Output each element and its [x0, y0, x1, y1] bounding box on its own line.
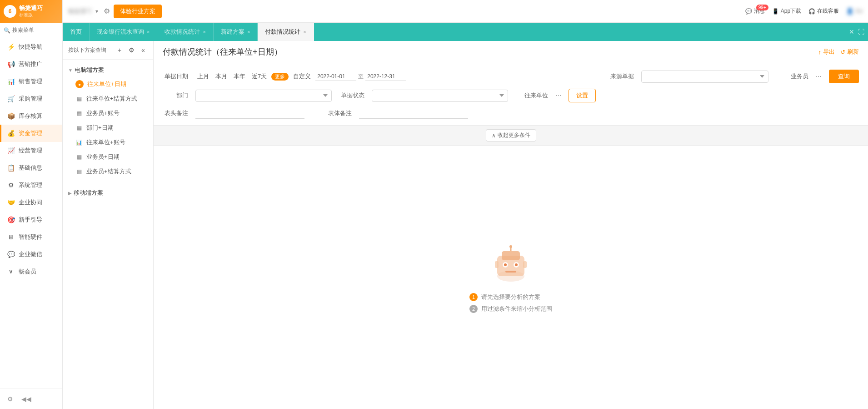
pc-section-label: 电脑端方案 — [75, 66, 104, 74]
dept-select[interactable] — [195, 90, 332, 102]
sidebar-item-zijin[interactable]: 💰 资金管理 — [0, 125, 62, 142]
scheme-item-dept-date-icon: ▦ — [75, 124, 83, 131]
header-note-input[interactable] — [195, 108, 304, 119]
tab-payments-close[interactable]: × — [303, 29, 306, 35]
date-preset-more[interactable]: 更多 — [271, 73, 289, 81]
collapse-more-btn[interactable]: ∧ 收起更多条件 — [486, 129, 536, 141]
export-btn[interactable]: ↑ 导出 — [818, 48, 835, 56]
counterpart-more-btn[interactable]: ··· — [555, 91, 561, 100]
user-avatar: 👤 — [846, 8, 853, 15]
add-scheme-btn[interactable]: + — [115, 45, 124, 55]
sidebar-item-label: 销售管理 — [19, 77, 42, 86]
sidebar-item-caigou[interactable]: 🛒 采购管理 — [0, 90, 62, 107]
kucun-icon: 📦 — [7, 112, 15, 120]
sidebar-item-label: 新手引导 — [19, 216, 42, 224]
active-scheme-dot: ● — [75, 80, 84, 88]
empty-illustration — [488, 242, 534, 288]
filter-row-1: 单据日期 上月 本月 本年 近7天 更多 自定义 至 — [163, 70, 859, 83]
scheme-section-pc: ▼ 电脑端方案 ● 往来单位+日期 ▦ 往来单位+结算方式 ▦ 业务员+账号 ▦ — [63, 60, 153, 182]
sidebar-item-kuaijie[interactable]: ⚡ 快捷导航 — [0, 38, 62, 56]
online-service-btn[interactable]: 🎧 在线客服 — [808, 7, 839, 15]
trial-btn[interactable]: 体验行业方案 — [114, 5, 162, 18]
search-menu[interactable]: 🔍 搜索菜单 — [0, 23, 62, 38]
app-download-btn[interactable]: 📱 App下载 — [772, 7, 801, 15]
tab-receipts[interactable]: 收款情况统计 × — [157, 23, 213, 41]
tab-new-scheme-close[interactable]: × — [247, 29, 250, 35]
doc-status-filter-label: 单据状态 — [339, 91, 364, 100]
doc-status-select[interactable] — [372, 90, 508, 102]
scheme-item-unit-account-label: 往来单位+账号 — [86, 138, 125, 146]
date-preset-last-month[interactable]: 上月 — [195, 71, 211, 81]
sidebar-item-qiye[interactable]: 🤝 企业协同 — [0, 194, 62, 211]
date-preset-this-month[interactable]: 本月 — [214, 71, 229, 81]
tab-home[interactable]: 首页 — [63, 23, 90, 41]
svg-point-6 — [515, 263, 518, 266]
tabs-bar: 首页 现金银行流水查询 × 收款情况统计 × 新建方案 × 付款情况统计 × ✕… — [63, 23, 868, 41]
topbar-dropdown-btn[interactable]: ▾ — [95, 8, 98, 15]
collapse-icon: ∧ — [492, 132, 496, 139]
date-start-input[interactable] — [315, 72, 356, 81]
refresh-btn[interactable]: ↺ 刷新 — [840, 48, 859, 56]
scheme-item-unit-account[interactable]: 📊 往来单位+账号 — [63, 135, 153, 150]
topbar: 畅捷通巧 ▾ ⚙ 体验行业方案 💬 消息 99+ 📱 App下载 🎧 在线客服 … — [63, 0, 868, 23]
content-area: 按以下方案查询 + ⚙ « ▼ 电脑端方案 ● 往来单位+日期 ▦ — [63, 41, 868, 409]
body-note-input[interactable] — [359, 108, 468, 119]
date-preset-custom[interactable]: 自定义 — [291, 71, 313, 81]
sidebar-item-xiaoshou[interactable]: 📊 销售管理 — [0, 73, 62, 90]
collapse-scheme-btn[interactable]: « — [139, 45, 148, 55]
scheme-item-unit-settle[interactable]: ▦ 往来单位+结算方式 — [63, 91, 153, 106]
scheme-panel-actions: + ⚙ « — [115, 45, 148, 55]
tab-receipts-close[interactable]: × — [203, 29, 205, 35]
caigou-icon: 🛒 — [7, 95, 15, 103]
expand-tab-btn[interactable]: ⛶ — [858, 28, 864, 35]
date-end-input[interactable] — [365, 72, 406, 81]
sidebar-subtitle: 标准版 — [19, 12, 43, 18]
scheme-item-dept-date[interactable]: ▦ 部门+日期 — [63, 121, 153, 135]
page-header-actions: ↑ 导出 ↺ 刷新 — [818, 48, 859, 56]
sidebar-item-huiyuan[interactable]: V 畅会员 — [0, 263, 62, 280]
collapse-sidebar-btn[interactable]: ◀◀ — [20, 393, 33, 405]
settings-footer-btn[interactable]: ⚙ — [4, 393, 16, 405]
filter-row-3: 表头备注 表体备注 — [163, 108, 859, 119]
sidebar-item-xitong[interactable]: ⚙ 系统管理 — [0, 177, 62, 194]
scheme-panel-header: 按以下方案查询 + ⚙ « — [63, 41, 153, 60]
sidebar-item-jingying[interactable]: 📈 经营管理 — [0, 142, 62, 159]
tab-bank-close[interactable]: × — [147, 29, 150, 35]
scheme-item-staff-account[interactable]: ▦ 业务员+账号 — [63, 106, 153, 121]
weixin-icon: 💬 — [7, 250, 15, 258]
empty-tips: 1 请先选择要分析的方案 2 用过滤条件来缩小分析范围 — [469, 293, 552, 313]
sidebar-item-xinshou[interactable]: 🎯 新手引导 — [0, 211, 62, 228]
source-select[interactable] — [641, 71, 768, 83]
app-icon: 📱 — [772, 8, 779, 15]
user-info: 👤 Rit — [846, 8, 863, 15]
settings-btn[interactable]: 设置 — [569, 89, 596, 102]
main-area: 畅捷通巧 ▾ ⚙ 体验行业方案 💬 消息 99+ 📱 App下载 🎧 在线客服 … — [63, 0, 868, 409]
scheme-settings-btn[interactable]: ⚙ — [127, 45, 136, 55]
sidebar-item-kucun[interactable]: 📦 库存核算 — [0, 107, 62, 125]
xiaoshou-icon: 📊 — [7, 77, 15, 86]
messages-btn[interactable]: 💬 消息 99+ — [745, 7, 765, 15]
topbar-settings-btn[interactable]: ⚙ — [104, 7, 110, 15]
close-tab-btn[interactable]: ✕ — [849, 28, 854, 35]
xitong-icon: ⚙ — [7, 181, 15, 189]
salesperson-more-btn[interactable]: ··· — [816, 72, 822, 81]
sidebar-item-zhinen[interactable]: 🖥 智能硬件 — [0, 228, 62, 246]
tab-payments[interactable]: 付款情况统计 × — [258, 23, 314, 41]
scheme-section-pc-header[interactable]: ▼ 电脑端方案 — [63, 63, 153, 77]
scheme-item-staff-date[interactable]: ▦ 业务员+日期 — [63, 150, 153, 164]
sidebar-item-label: 智能硬件 — [19, 233, 42, 241]
sidebar-item-yingxiao[interactable]: 📢 营销推广 — [0, 56, 62, 73]
sidebar-title: 畅捷通巧 — [19, 5, 43, 12]
svg-rect-7 — [505, 271, 516, 273]
sidebar-item-weixin[interactable]: 💬 企业微信 — [0, 246, 62, 263]
date-preset-last7[interactable]: 近7天 — [250, 71, 269, 81]
tab-new-scheme[interactable]: 新建方案 × — [214, 23, 258, 41]
scheme-item-unit-date[interactable]: ● 往来单位+日期 — [63, 77, 153, 91]
scheme-item-staff-settle[interactable]: ▦ 业务员+结算方式 — [63, 164, 153, 179]
tab-bank[interactable]: 现金银行流水查询 × — [90, 23, 157, 41]
scheme-section-mobile-header[interactable]: ▶ 移动端方案 — [63, 186, 153, 200]
sidebar-item-jichu[interactable]: 📋 基础信息 — [0, 159, 62, 177]
date-preset-this-year[interactable]: 本年 — [232, 71, 247, 81]
query-btn[interactable]: 查询 — [829, 70, 859, 83]
topbar-brand: 畅捷通巧 — [68, 7, 92, 15]
